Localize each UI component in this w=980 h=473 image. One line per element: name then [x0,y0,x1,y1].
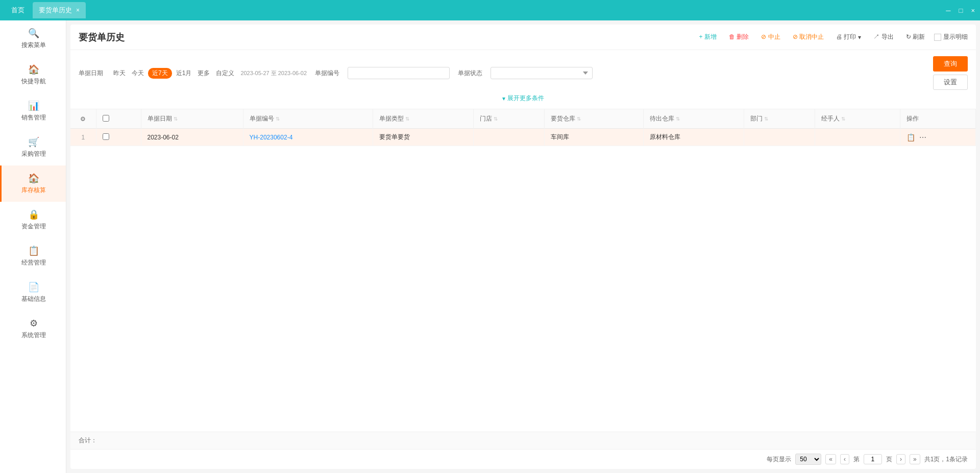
per-page-label: 每页显示 [767,455,791,464]
page-suffix: 页 [886,455,892,464]
select-all-checkbox[interactable] [103,115,109,122]
date-shortcut-today[interactable]: 今天 [130,68,146,79]
sidebar-item-system-mgmt-label: 系统管理 [21,331,46,340]
sidebar-item-sales-mgmt-label: 销售管理 [21,113,46,122]
sidebar-item-system-mgmt[interactable]: ⚙ 系统管理 [0,311,66,347]
table-footer: 合计： [70,432,976,449]
page-label: 第 [853,455,860,464]
pending-warehouse-col-header[interactable]: 待出仓库 ⇅ [644,109,744,129]
print-label: 🖨 打印 [836,33,856,41]
sidebar-item-finance-mgmt-label: 资金管理 [21,222,46,231]
export-label: ↗ 导出 [873,33,893,41]
show-detail-label: 显示明细 [943,33,968,41]
department-col-header[interactable]: 部门 ⇅ [744,109,815,129]
doc-date-sort-icon: ⇅ [174,116,178,122]
req-warehouse-col-header[interactable]: 要货仓库 ⇅ [544,109,644,129]
expand-label: 展开更多条件 [507,94,544,103]
doc-type-col-header[interactable]: 单据类型 ⇅ [373,109,473,129]
first-page-btn[interactable]: « [825,454,836,464]
table-area: ⚙ 单据日期 ⇅ [70,109,976,432]
date-shortcut-1month[interactable]: 近1月 [174,68,194,79]
tab-requisition-history[interactable]: 要货单历史 × [33,2,86,18]
stop-label: ⊘ 中止 [761,33,780,41]
quick-nav-icon: 🏠 [28,64,39,75]
stop-button[interactable]: ⊘ 中止 [758,31,783,43]
settings-col-header[interactable]: ⚙ [70,109,96,129]
status-select[interactable] [491,67,593,79]
tab-close-icon[interactable]: × [76,7,80,14]
store-sort-icon: ⇅ [494,116,498,122]
tab-requisition-label: 要货单历史 [39,6,72,15]
prev-page-btn[interactable]: ‹ [840,454,849,464]
handler-col-header[interactable]: 经手人 ⇅ [815,109,900,129]
doc-date-col-header[interactable]: 单据日期 ⇅ [141,109,243,129]
window-minimize-btn[interactable]: ─ [946,7,950,14]
total-info: 共1页，1条记录 [924,455,968,464]
row-num: 1 [70,129,96,146]
cancel-stop-button[interactable]: ⊘ 取消中止 [790,31,827,43]
row-checkbox[interactable] [96,129,141,146]
export-button[interactable]: ↗ 导出 [870,31,896,43]
current-page-input[interactable] [864,454,882,464]
table-row: 1 2023-06-02 YH-20230602-4 要货单要货 车间库 [70,129,976,146]
query-button[interactable]: 查询 [933,56,968,72]
expand-icon: ▾ [502,95,505,102]
sidebar-item-operations-mgmt[interactable]: 📋 经营管理 [0,238,66,274]
sidebar-item-quick-nav[interactable]: 🏠 快捷导航 [0,57,66,93]
search-menu-icon: 🔍 [28,28,39,39]
more-options-icon[interactable]: ⋯ [919,133,926,141]
pending-warehouse-sort-icon: ⇅ [676,116,680,122]
window-close-btn[interactable]: × [971,7,975,14]
date-shortcut-more[interactable]: 更多 [195,68,212,79]
toolbar: + 新增 🗑 删除 ⊘ 中止 ⊘ 取消中止 🖨 打印 ▾ [696,31,968,43]
print-dropdown-icon[interactable]: ▾ [858,34,861,41]
store-col-header[interactable]: 门店 ⇅ [473,109,544,129]
tab-home-label: 首页 [11,6,24,15]
view-detail-icon[interactable]: 📋 [906,133,915,141]
show-detail-checkbox[interactable] [934,34,941,41]
status-filter-label: 单据状态 [458,69,482,78]
system-mgmt-icon: ⚙ [30,318,38,329]
row-select-checkbox[interactable] [103,133,109,140]
handler-sort-icon: ⇅ [841,116,845,122]
tab-home[interactable]: 首页 [5,2,31,18]
sidebar: 🔍 搜索菜单 🏠 快捷导航 📊 销售管理 🛒 采购管理 🏠 库存核算 🔒 资金管… [0,20,66,473]
top-bar-right: ─ □ × [946,7,975,14]
settings-button[interactable]: 设置 [933,75,968,90]
date-shortcut-custom[interactable]: 自定义 [214,68,236,79]
date-shortcut-yesterday[interactable]: 昨天 [111,68,128,79]
sidebar-item-search-menu[interactable]: 🔍 搜索菜单 [0,20,66,57]
print-button[interactable]: 🖨 打印 ▾ [833,31,864,43]
filter-actions: 查询 设置 [933,56,968,90]
doc-no-col-header[interactable]: 单据编号 ⇅ [243,109,373,129]
expand-more-btn[interactable]: ▾ 展开更多条件 [79,94,968,103]
window-maximize-btn[interactable]: □ [959,7,963,14]
show-detail-btn[interactable]: 显示明细 [934,33,968,41]
sidebar-item-finance-mgmt[interactable]: 🔒 资金管理 [0,202,66,238]
sidebar-item-sales-mgmt[interactable]: 📊 销售管理 [0,93,66,129]
sidebar-item-basic-info[interactable]: 📄 基础信息 [0,274,66,311]
sidebar-item-purchase-mgmt[interactable]: 🛒 采购管理 [0,129,66,165]
finance-mgmt-icon: 🔒 [28,209,39,220]
data-table: ⚙ 单据日期 ⇅ [70,109,976,146]
add-button[interactable]: + 新增 [696,31,720,43]
doc-no-input[interactable] [348,67,450,79]
row-handler [815,129,900,146]
sales-mgmt-icon: 📊 [28,100,39,111]
delete-label: 🗑 删除 [729,33,749,41]
delete-button[interactable]: 🗑 删除 [726,31,752,43]
next-page-btn[interactable]: › [896,454,905,464]
per-page-select[interactable]: 20 50 100 [795,454,821,465]
sidebar-item-search-menu-label: 搜索菜单 [21,41,46,50]
checkbox-col-header [96,109,141,129]
operations-mgmt-icon: 📋 [28,245,39,256]
page-header: 要货单历史 + 新增 🗑 删除 ⊘ 中止 ⊘ 取消中止 🖨 [70,25,976,50]
row-req-warehouse: 车间库 [544,129,644,146]
doc-no-link[interactable]: YH-20230602-4 [250,134,293,141]
date-shortcut-7days[interactable]: 近7天 [148,68,172,79]
content-area: 要货单历史 + 新增 🗑 删除 ⊘ 中止 ⊘ 取消中止 🖨 [66,20,980,473]
refresh-button[interactable]: ↻ 刷新 [903,31,928,43]
last-page-btn[interactable]: » [910,454,920,464]
sidebar-item-inventory[interactable]: 🏠 库存核算 [0,165,66,202]
doc-no-sort-icon: ⇅ [276,116,280,122]
